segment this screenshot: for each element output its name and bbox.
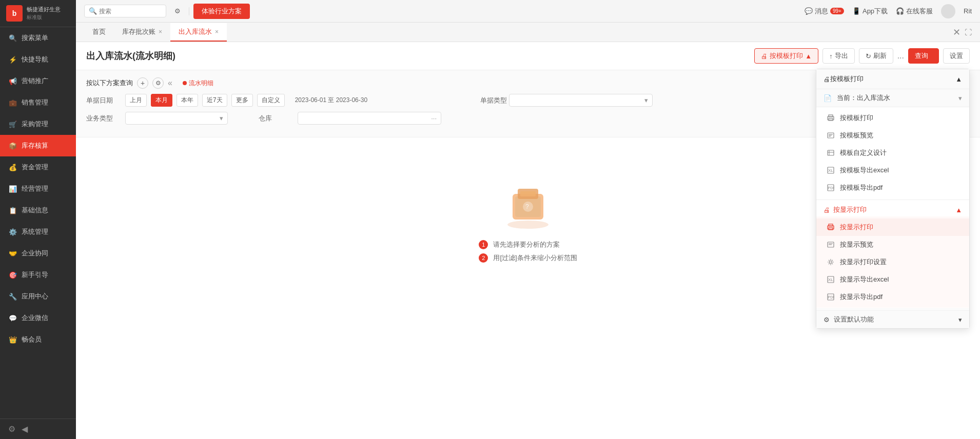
sidebar-item-quick-nav[interactable]: ⚡ 快捷导航 [0,49,76,70]
dropdown-template-print[interactable]: 按模板打印 [816,109,969,127]
app-logo: b 畅捷通好生意 标准版 [0,0,76,27]
doc-type-label: 单据类型 [480,96,507,104]
chevron-down-icon: ▾ [958,316,962,324]
tab-expand[interactable]: ⛶ [965,28,972,36]
business-type-select[interactable]: ▾ [125,112,228,125]
empty-illustration: ? [502,178,554,230]
tab-close-batch[interactable]: × [159,28,162,35]
message-icon: 💬 [805,7,813,15]
settings-button[interactable]: 设置 [943,48,970,64]
service-icon: 🎧 [896,7,904,15]
more-icon[interactable]: ... [897,51,904,61]
logo-icon: b [6,5,23,22]
sidebar-item-marketing[interactable]: 📢 营销推广 [0,70,76,92]
dropdown-template-excel[interactable]: XL 按模板导出excel [816,162,969,179]
svg-text:PDF: PDF [828,186,835,190]
tab-flow[interactable]: 出入库流水 × [170,23,227,42]
sidebar-item-search[interactable]: 🔍 搜索菜单 [0,27,76,49]
filter-collapse-button[interactable]: « [168,78,172,88]
inventory-icon: 📦 [8,141,17,150]
sidebar-item-enterprise[interactable]: 🤝 企业协同 [0,243,76,264]
message-button[interactable]: 💬 消息 99+ [805,7,844,16]
dropdown-template-preview[interactable]: 按模板预览 [816,127,969,144]
filter-label: 按以下方案查询 [86,78,133,88]
sidebar-bottom: ⚙ ◀ [0,418,76,439]
warehouse-select[interactable]: ··· [298,112,441,125]
sidebar-item-label: 采购管理 [22,119,68,129]
dropdown-template-custom[interactable]: 模板自定义设计 [816,144,969,162]
sidebar-item-label: 快捷导航 [22,55,68,64]
dropdown-display-print[interactable]: 按显示打印 [816,218,969,236]
step-1-number: 1 [479,240,488,249]
page-title: 出入库流水(流水明细) [86,50,175,62]
guide-icon: 🎯 [8,270,17,280]
dropdown-display-preview[interactable]: 按显示预览 [816,236,969,253]
date-btn-this-month[interactable]: 本月 [151,94,172,107]
search-input[interactable] [99,8,161,15]
chevron-up-icon: ▲ [805,52,812,60]
tab-batch[interactable]: 库存批次账 × [114,23,170,42]
dropdown-template-pdf[interactable]: PDF 按模板导出pdf [816,179,969,196]
display-section-title: 🖨 按显示打印 [824,205,867,214]
sidebar-item-label: 搜索菜单 [22,33,68,43]
trial-button[interactable]: 体验行业方案 [193,4,250,19]
dropdown-display-pdf[interactable]: PDF 按显示导出pdf [816,288,969,306]
sidebar-item-purchase[interactable]: 🛒 采购管理 [0,113,76,135]
svg-text:XL: XL [828,168,833,173]
sidebar-item-label: 新手引导 [22,270,68,280]
doc-type-select[interactable]: ▾ [509,94,653,107]
chevron-up-icon: ▲ [955,206,962,214]
online-service-button[interactable]: 🎧 在线客服 [896,7,933,16]
app-download-button[interactable]: 📱 App下载 [852,7,888,16]
sidebar-item-label: 销售管理 [22,98,68,107]
query-button[interactable]: 查询 [908,48,939,64]
sidebar-item-label: 经营管理 [22,184,68,193]
sidebar-item-vip[interactable]: 👑 畅会员 [0,329,76,350]
filter-settings-button[interactable]: ⚙ [152,77,164,89]
preview-icon [827,131,835,139]
tab-close-flow[interactable]: × [215,28,219,35]
filter-add-button[interactable]: + [137,77,148,89]
sidebar-item-sales[interactable]: 💼 销售管理 [0,92,76,113]
sidebar-item-label: 营销推广 [22,76,68,86]
date-btn-more[interactable]: 更多 [231,94,253,107]
header-search[interactable]: 🔍 [84,5,166,17]
dropdown-display-excel[interactable]: XL 按显示导出excel [816,271,969,288]
dropdown-bottom-settings[interactable]: ⚙ 设置默认功能 ▾ [816,310,969,328]
date-btn-7days[interactable]: 近7天 [202,94,227,107]
refresh-button[interactable]: ↻ 刷新 [859,48,893,64]
tab-home[interactable]: 首页 [84,23,114,42]
refresh-icon: ↻ [866,52,871,60]
sidebar-item-app-center[interactable]: 🔧 应用中心 [0,286,76,307]
date-btn-custom[interactable]: 自定义 [257,94,285,107]
sidebar-item-label: 资金管理 [22,163,68,172]
tab-close-all[interactable]: ✕ [953,27,961,38]
svg-rect-4 [520,191,536,196]
page-actions: 🖨 按模板打印 ▲ ↑ 导出 ↻ 刷新 ... 查询 设置 [754,48,970,64]
date-btn-last-month[interactable]: 上月 [125,94,147,107]
step-2-number: 2 [479,253,488,263]
export-button[interactable]: ↑ 导出 [822,48,855,64]
print-dropdown-panel: 🖨 按模板打印 ▲ 📄 当前：出入库流水 ▾ 按模板打印 [816,69,970,329]
collapse-sidebar-icon[interactable]: ◀ [22,424,28,434]
sidebar-item-finance[interactable]: 💰 资金管理 [0,156,76,178]
sidebar-item-weixin[interactable]: 💬 企业微信 [0,307,76,329]
print-template-button[interactable]: 🖨 按模板打印 ▲ [754,48,818,64]
sidebar-item-basic[interactable]: 📋 基础信息 [0,199,76,221]
user-avatar[interactable] [941,4,955,18]
print-icon [827,223,835,231]
dropdown-display-settings[interactable]: 按显示打印设置 [816,253,969,271]
display-section: 按显示打印 按显示预览 按显示打印设置 [816,216,969,308]
sidebar-item-guide[interactable]: 🎯 新手引导 [0,264,76,286]
message-badge: 99+ [830,8,844,14]
date-field-label: 单据日期 [86,96,115,105]
sidebar-item-inventory[interactable]: 📦 库存核算 [0,135,76,156]
sidebar-item-business[interactable]: 📊 经营管理 [0,178,76,199]
settings-icon[interactable]: ⚙ [8,424,15,434]
pdf-icon: PDF [827,184,835,192]
date-btn-this-year[interactable]: 本年 [177,94,198,107]
settings-button[interactable]: ⚙ [170,5,185,17]
sidebar-item-system[interactable]: ⚙️ 系统管理 [0,221,76,243]
current-template-item[interactable]: 📄 当前：出入库流水 ▾ [816,89,969,107]
display-print-icon: 🖨 [824,206,830,214]
